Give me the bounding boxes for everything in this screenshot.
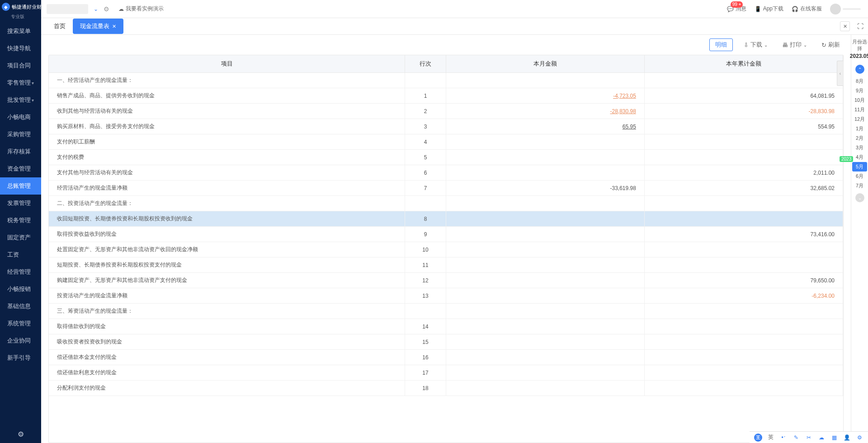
table-row[interactable]: 处置固定资产、无形资产和其他非流动资产收回的现金净额10 <box>49 242 843 257</box>
tabbar: 首页 现金流量表 ✕ ✕ ⛶ <box>41 18 868 35</box>
table-row[interactable]: 偿还借款本金支付的现金16 <box>49 350 843 365</box>
month-item[interactable]: 4月 <box>852 152 867 162</box>
sidebar-item[interactable]: 搜索菜单 <box>0 23 41 40</box>
table-row[interactable]: 吸收投资者投资收到的现金15 <box>49 334 843 350</box>
table-row[interactable]: 购买原材料、商品、接受劳务支付的现金365.95554.95 <box>49 119 843 134</box>
sidebar-item[interactable]: 总账管理 <box>0 177 41 195</box>
month-selector-panel: 月份选择 2023.05 ⌃ 2023 8月9月10月11月12月1月2月3月4… <box>851 35 868 443</box>
amount-link[interactable]: -28,830.98 <box>610 108 636 114</box>
scroll-up-icon[interactable]: ⌃ <box>855 65 864 74</box>
table-row[interactable]: 收回短期投资、长期债券投资和长期股权投资收到的现金8 <box>49 211 843 227</box>
sidebar-item[interactable]: 小畅报销 <box>0 281 41 298</box>
refresh-button[interactable]: ↻ 刷新 <box>818 39 844 51</box>
month-item[interactable]: 6月 <box>852 171 867 181</box>
close-all-tabs-button[interactable]: ✕ <box>840 21 850 31</box>
user-menu[interactable] <box>830 4 861 14</box>
month-item[interactable]: 1月 <box>852 124 867 133</box>
app-download-button[interactable]: 📱 App下载 <box>755 5 783 13</box>
sidebar-item[interactable]: 企业协同 <box>0 332 41 349</box>
org-name <box>47 4 88 14</box>
tab-cashflow[interactable]: 现金流量表 ✕ <box>73 19 123 34</box>
refresh-icon: ↻ <box>821 42 826 48</box>
ime-indicator-icon[interactable]: 王 <box>754 433 762 442</box>
sidebar-item[interactable]: 零售管理▾ <box>0 74 41 91</box>
amount-link[interactable]: -4,723.05 <box>613 93 636 99</box>
sidebar-item[interactable]: 税务管理 <box>0 212 41 229</box>
sidebar-item[interactable]: 新手引导 <box>0 349 41 367</box>
month-item[interactable]: 9月 <box>852 86 867 95</box>
month-panel-title: 月份选择 <box>852 38 867 52</box>
fullscreen-icon[interactable]: ⛶ <box>857 23 863 30</box>
sidebar-item[interactable]: 库存核算 <box>0 143 41 160</box>
col-header-item: 项目 <box>49 55 405 73</box>
demo-link[interactable]: ☁ 我要看实例演示 <box>118 5 164 13</box>
tb-icon-person[interactable]: 👤 <box>843 433 851 442</box>
sidebar-item[interactable]: 采购管理 <box>0 126 41 143</box>
settings-gear-icon[interactable]: ⚙ <box>0 425 41 443</box>
sidebar-item[interactable]: 资金管理 <box>0 160 41 177</box>
amount-link[interactable]: 65.95 <box>623 124 636 130</box>
table-row[interactable]: 短期投资、长期债券投资和长期股权投资支付的现金11 <box>49 257 843 273</box>
phone-icon: 📱 <box>755 6 761 12</box>
table-row[interactable]: 分配利润支付的现金18 <box>49 381 843 396</box>
tb-icon-3[interactable]: ✂ <box>805 433 813 442</box>
table-row[interactable]: 三、筹资活动产生的现金流量： <box>49 304 843 319</box>
sidebar-item[interactable]: 系统管理 <box>0 315 41 332</box>
tb-icon-cloud[interactable]: ☁ <box>817 433 826 442</box>
month-item[interactable]: 8月 <box>852 76 867 86</box>
sidebar-item[interactable]: 固定资产 <box>0 229 41 246</box>
month-item[interactable]: 12月 <box>852 114 867 124</box>
sidebar-item[interactable]: 基础信息 <box>0 298 41 315</box>
logo-icon: ◆ <box>2 3 10 11</box>
download-button[interactable]: ⇩ 下载 ⌄ <box>740 39 771 51</box>
sidebar-item[interactable]: 工资 <box>0 246 41 263</box>
tb-icon-1[interactable]: •׳ <box>779 433 788 442</box>
collapse-filter-handle[interactable]: ‹ <box>837 61 843 86</box>
table-row[interactable]: 投资活动产生的现金流量净额13-6,234.00 <box>49 288 843 304</box>
sidebar-item[interactable]: 发票管理 <box>0 195 41 212</box>
table-row[interactable]: 支付的职工薪酬4 <box>49 134 843 150</box>
month-item[interactable]: 2月 <box>852 133 867 143</box>
month-item[interactable]: 7月 <box>852 181 867 191</box>
scroll-down-icon[interactable]: ⌄ <box>855 193 864 202</box>
table-row[interactable]: 经营活动产生的现金流量净额7-33,619.9832,685.02 <box>49 181 843 196</box>
topbar: ⌄ ⚙ ☁ 我要看实例演示 99 + 💬 消息 📱 App下载 � <box>41 0 868 18</box>
detail-button[interactable]: 明细 <box>709 38 733 51</box>
month-item[interactable]: 10月 <box>852 95 867 105</box>
sidebar-item[interactable]: 小畅电商 <box>0 109 41 126</box>
sidebar-item[interactable]: 快捷导航 <box>0 40 41 57</box>
tb-icon-2[interactable]: ✎ <box>792 433 800 442</box>
sidebar-item[interactable]: 经营管理 <box>0 263 41 281</box>
tab-home[interactable]: 首页 <box>47 19 73 34</box>
chevron-down-icon: ▾ <box>32 98 34 103</box>
table-row[interactable]: 支付的税费5 <box>49 150 843 165</box>
month-item[interactable]: 3月 <box>852 143 867 152</box>
sidebar-item[interactable]: 项目合同 <box>0 57 41 74</box>
bubble-icon: ☁ <box>118 6 124 12</box>
table-row[interactable]: 二、投资活动产生的现金流量： <box>49 196 843 211</box>
org-dropdown-icon[interactable]: ⌄ <box>94 6 98 12</box>
print-button[interactable]: 🖶 打印 ⌄ <box>778 39 811 51</box>
tb-icon-gear[interactable]: ⚙ <box>855 433 863 442</box>
system-taskbar: 王 英 •׳ ✎ ✂ ☁ ▦ 👤 ⚙ <box>750 431 868 443</box>
tb-icon-grid[interactable]: ▦ <box>830 433 838 442</box>
sidebar-item[interactable]: 批发管理▾ <box>0 91 41 109</box>
table-row[interactable]: 销售产成品、商品、提供劳务收到的现金1-4,723.0564,081.95 <box>49 88 843 104</box>
messages-button[interactable]: 99 + 💬 消息 <box>727 5 746 13</box>
table-row[interactable]: 支付其他与经营活动有关的现金62,011.00 <box>49 165 843 181</box>
table-row[interactable]: 收到其他与经营活动有关的现金2-28,830.98-28,830.98 <box>49 104 843 119</box>
support-button[interactable]: 🎧 在线客服 <box>792 5 822 13</box>
close-icon[interactable]: ✕ <box>112 24 116 29</box>
report-toolbar: 明细 ⇩ 下载 ⌄ 🖶 打印 ⌄ ↻ 刷新 <box>48 35 844 55</box>
app-logo: ◆ 畅捷通好业财 <box>0 0 41 14</box>
table-row[interactable]: 偿还借款利息支付的现金17 <box>49 365 843 381</box>
table-row[interactable]: 一、经营活动产生的现金流量： <box>49 73 843 88</box>
table-row[interactable]: 购建固定资产、无形资产和其他非流动资产支付的现金1279,650.00 <box>49 273 843 288</box>
month-item[interactable]: 5月 <box>852 162 867 171</box>
print-icon: 🖶 <box>782 42 788 48</box>
ime-lang[interactable]: 英 <box>767 433 775 442</box>
table-row[interactable]: 取得借款收到的现金14 <box>49 319 843 334</box>
month-item[interactable]: 11月 <box>852 105 867 114</box>
table-row[interactable]: 取得投资收益收到的现金973,416.00 <box>49 227 843 242</box>
org-settings-icon[interactable]: ⚙ <box>104 5 109 13</box>
